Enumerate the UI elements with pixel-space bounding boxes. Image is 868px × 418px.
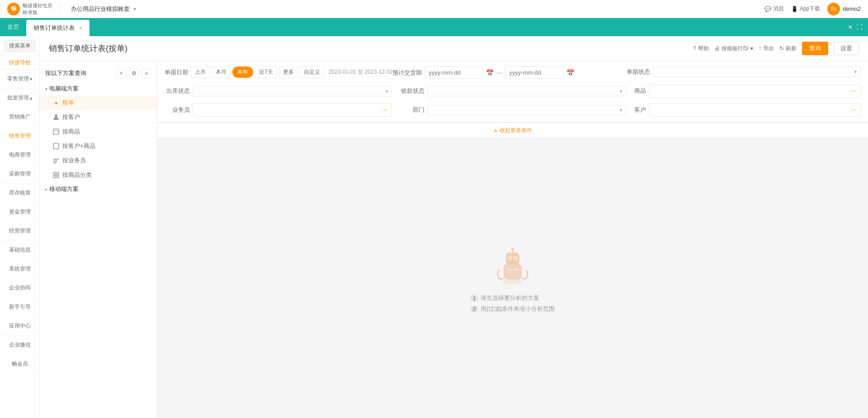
shortcut-nav-button[interactable]: 快捷导航 (0, 56, 39, 70)
top-bar: 畅 畅捷通好生意 标准版 办公用品行业模拟账套 ▾ 💬 消息 📱 App下载 E… (0, 0, 868, 18)
sidebar-item-retail[interactable]: 零售管理 ▾ (0, 70, 39, 89)
pc-group-arrow-icon: ▾ (45, 86, 47, 91)
pc-scheme-group: ▾ 电脑端方案 ● 按单 按客户 (40, 82, 157, 182)
wholesale-arrow-icon: ▴ (30, 95, 32, 100)
help-button[interactable]: ? 帮助 (693, 45, 709, 52)
pc-scheme-group-title[interactable]: ▾ 电脑端方案 (40, 82, 157, 95)
svg-point-16 (509, 257, 511, 259)
collapse-panel-button[interactable]: « (142, 68, 151, 78)
tab-close-icon[interactable]: × (79, 25, 82, 31)
refresh-button[interactable]: ↻ 刷新 (779, 45, 797, 52)
date-btn-7days[interactable]: 近7天 (255, 66, 277, 78)
data-area: 1 请先选择要分析的方案 2 用[过滤]条件来缩小分析范围 (157, 138, 868, 418)
export-button[interactable]: ↑ 导出 (759, 45, 774, 52)
sidebar-item-operations[interactable]: 经营管理 (0, 222, 39, 241)
panel-header: 按以下方案查询 + ⚙ « (40, 65, 157, 82)
divider (60, 5, 60, 14)
help-icon: ? (693, 45, 696, 52)
user-area[interactable]: Ea demo2 (827, 3, 861, 15)
sidebar-item-inventory[interactable]: 库存核算 (0, 184, 39, 203)
empty-tip-1: 1 请先选择要分析的方案 (471, 294, 554, 302)
tab-sales-order-stats[interactable]: 销售订单统计表 × (26, 20, 90, 36)
settings-button[interactable]: 设置 (834, 42, 859, 55)
scheme-by-goods-category[interactable]: 按商品分类 (40, 168, 157, 182)
expected-date-end[interactable] (505, 66, 564, 79)
bill-date-label: 单据日期 (165, 68, 188, 76)
svg-point-17 (514, 257, 516, 259)
goods-select[interactable]: ··· (649, 84, 861, 98)
sidebar-item-enterprise[interactable]: 企业协同 (0, 279, 39, 298)
settings-scheme-button[interactable]: ⚙ (129, 68, 139, 78)
svg-rect-7 (53, 172, 56, 175)
empty-tips: 1 请先选择要分析的方案 2 用[过滤]条件来缩小分析范围 (471, 294, 554, 313)
query-button[interactable]: 查询 (802, 42, 828, 55)
expected-date-start-icon[interactable]: 📅 (486, 69, 494, 76)
user-name: demo2 (843, 5, 861, 12)
print-button[interactable]: 🖨 按模板打印 ▾ (714, 45, 753, 52)
tab-bar: 首页 销售订单统计表 × × ⛶ (0, 18, 868, 36)
salesperson-dots[interactable]: ··· (382, 106, 387, 114)
expected-date-start[interactable] (425, 66, 483, 79)
scheme-by-customer-goods[interactable]: 按客户+商品 (40, 139, 157, 153)
page-actions: ? 帮助 🖨 按模板打印 ▾ ↑ 导出 ↻ 刷新 (693, 42, 859, 55)
scheme-by-order[interactable]: ● 按单 (40, 95, 157, 110)
content-inner: 按以下方案查询 + ⚙ « ▾ (40, 61, 868, 418)
svg-rect-12 (504, 264, 522, 280)
sidebar-item-sales[interactable]: 销售管理 (0, 127, 39, 146)
customer-select[interactable]: ··· (649, 103, 861, 117)
payment-status-select[interactable]: ▾ (427, 86, 627, 96)
sidebar-search-area: 搜索菜单 (0, 36, 39, 56)
collapse-filter-button[interactable]: ∧ 收起更多条件 (157, 123, 868, 138)
tab-close-window-icon[interactable]: × (848, 23, 853, 32)
scheme-by-goods[interactable]: 按商品 (40, 124, 157, 139)
date-btn-this-month[interactable]: 本月 (212, 66, 231, 78)
message-button[interactable]: 💬 消息 (764, 5, 784, 13)
tab-fullscreen-icon[interactable]: ⛶ (856, 24, 863, 31)
scheme-by-salesperson[interactable]: 按业务员 (40, 153, 157, 168)
salesperson-select[interactable]: ··· (193, 103, 392, 117)
add-scheme-button[interactable]: + (116, 68, 126, 78)
date-btn-custom[interactable]: 自定义 (300, 66, 324, 78)
sidebar-item-finance[interactable]: 资金管理 (0, 203, 39, 222)
delivery-status-select[interactable]: ▾ (193, 86, 392, 96)
date-btn-last-month[interactable]: 上月 (191, 66, 210, 78)
filter-row-3: 业务员 ··· 部门 ▾ (165, 103, 861, 117)
department-select[interactable]: ▾ (427, 105, 627, 115)
sidebar-item-ecommerce[interactable]: 电商管理 (0, 146, 39, 165)
customer-label: 客户 (633, 106, 646, 114)
scheme-by-customer-goods-icon (52, 142, 60, 150)
goods-dots[interactable]: ··· (851, 87, 857, 95)
sidebar-item-wechat[interactable]: 企业微信 (0, 336, 39, 355)
tip-num-2: 2 (471, 305, 478, 313)
sidebar-item-guide[interactable]: 新手引导 (0, 298, 39, 317)
search-menu-button[interactable]: 搜索菜单 (4, 40, 36, 52)
top-bar-right: 💬 消息 📱 App下载 Ea demo2 (764, 3, 861, 15)
app-download-button[interactable]: 📱 App下载 (791, 5, 820, 13)
sidebar-item-purchase[interactable]: 采购管理 (0, 165, 39, 184)
date-btn-more[interactable]: 更多 (279, 66, 298, 78)
empty-illustration (490, 243, 535, 289)
bill-status-select[interactable]: ▾ (653, 66, 861, 77)
sidebar-item-app-center[interactable]: 应用中心 (0, 317, 39, 336)
sidebar-item-members[interactable]: 畅会员 (0, 355, 39, 374)
delivery-status-label: 出库状态 (165, 87, 190, 95)
sidebar-item-system[interactable]: 系统管理 (0, 260, 39, 279)
tab-home[interactable]: 首页 (0, 18, 26, 36)
svg-rect-1 (53, 129, 59, 134)
date-btn-this-year[interactable]: 本年 (232, 66, 253, 78)
app-dropdown-icon[interactable]: ▾ (133, 6, 136, 12)
sidebar-item-marketing[interactable]: 营销推广 (0, 108, 39, 127)
svg-point-11 (501, 280, 524, 284)
scheme-by-order-icon: ● (52, 99, 60, 106)
scheme-by-customer[interactable]: 按客户 (40, 110, 157, 124)
delivery-status-filter: 出库状态 ▾ (165, 86, 392, 96)
svg-rect-9 (53, 176, 56, 178)
tab-bar-right: × ⛶ (848, 23, 868, 32)
sidebar-item-wholesale[interactable]: 批发管理 ▴ (0, 89, 39, 108)
panel-header-title: 按以下方案查询 (45, 69, 86, 77)
expected-date-end-icon[interactable]: 📅 (566, 69, 574, 76)
customer-dots[interactable]: ··· (851, 106, 857, 114)
sidebar-item-basic-info[interactable]: 基础信息 (0, 241, 39, 260)
mobile-scheme-group-title[interactable]: ▸ 移动端方案 (40, 182, 157, 196)
svg-rect-4 (53, 159, 59, 160)
